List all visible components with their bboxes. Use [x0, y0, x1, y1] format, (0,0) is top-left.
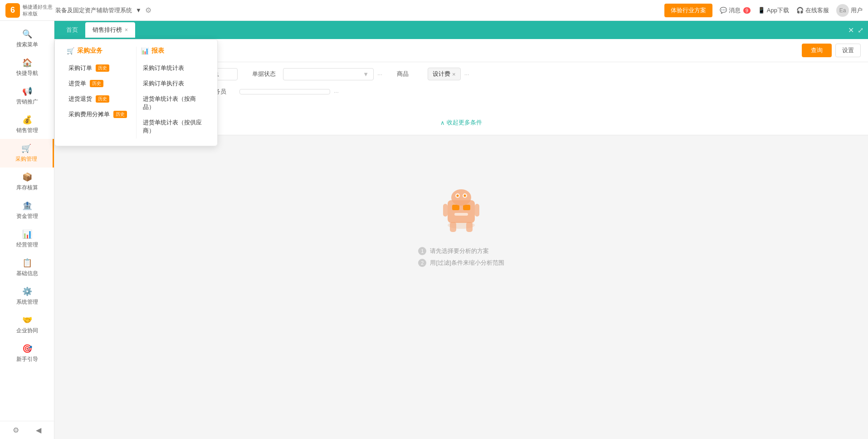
purchase-col-title: 🛒 采购业务 [67, 47, 132, 55]
instock-supplier-label: 进货单统计表（按供应商） [143, 118, 204, 135]
sidebar-item-enterprise[interactable]: 🤝 企业协同 [0, 311, 54, 339]
sidebar-item-label: 系统管理 [16, 298, 38, 306]
collapse-icon: ∧ [440, 119, 445, 126]
svg-rect-5 [443, 204, 448, 217]
salesman-group: 业务员 ··· [209, 88, 339, 96]
sidebar-item-label: 新手引导 [16, 355, 38, 363]
dropdown-item-return[interactable]: 进货退货 历史 [67, 91, 132, 107]
sidebar-item-label: 快捷导航 [16, 69, 38, 77]
sidebar-item-sales[interactable]: 💰 销售管理 [0, 110, 54, 139]
sidebar: 🔍 搜索菜单 🏠 快捷导航 📢 营销推广 💰 销售管理 🛒 采购管理 📦 库存核… [0, 21, 54, 439]
dropdown-item-order-exec[interactable]: 采购订单执行表 [141, 76, 206, 91]
system-title-dropdown-icon[interactable]: ▼ [136, 7, 141, 14]
dropdown-item-instock-supplier[interactable]: 进货单统计表（按供应商） [141, 115, 206, 138]
doc-status-more[interactable]: ··· [377, 71, 382, 78]
goods-tag-close[interactable]: × [452, 71, 456, 78]
doc-status-group: 单据状态 ▼ ··· [252, 68, 382, 80]
salesman-select[interactable] [239, 89, 330, 94]
system-title-area: 装备及固定资产辅助管理系统 ▼ ⚙ [55, 6, 664, 15]
order-stat-label: 采购订单统计表 [143, 64, 184, 72]
tab-expand-icon[interactable]: ⤢ [858, 26, 863, 35]
online-service-btn[interactable]: 🎧 在线客服 [796, 6, 829, 15]
system-icon: ⚙️ [22, 286, 32, 296]
doc-status-label: 单据状态 [252, 70, 279, 78]
sidebar-item-system[interactable]: ⚙️ 系统管理 [0, 282, 54, 311]
logo-icon: 6 [5, 3, 20, 18]
order-exec-label: 采购订单执行表 [143, 79, 184, 88]
tab-home-label: 首页 [66, 26, 78, 34]
dropdown-item-purchase-order[interactable]: 采购订单 历史 [67, 60, 132, 76]
sidebar-item-search[interactable]: 🔍 搜索菜单 [0, 25, 54, 53]
logo-text: 畅捷通好生意 标准版 [23, 4, 53, 17]
sidebar-item-label: 基础信息 [16, 270, 38, 277]
empty-robot-svg [434, 182, 488, 237]
industry-btn[interactable]: 体验行业方案 [664, 4, 712, 17]
tab-close-icon[interactable]: × [125, 27, 128, 33]
dropdown-columns: 🛒 采购业务 采购订单 历史 进货单 历史 进货退货 历史 采购费用分摊单 历史 [62, 47, 210, 138]
instock-history: 历史 [90, 80, 103, 87]
goods-tag[interactable]: 设计费 × [428, 68, 461, 80]
svg-point-12 [457, 194, 459, 197]
report-col-title: 📊 报表 [141, 47, 206, 55]
svg-rect-4 [454, 213, 468, 216]
query-btn[interactable]: 查询 [802, 44, 832, 57]
inventory-icon: 📦 [22, 172, 32, 182]
purchase-dropdown: 🛒 采购业务 采购订单 历史 进货单 历史 进货退货 历史 采购费用分摊单 历史 [54, 39, 218, 146]
purchase-order-history: 历史 [96, 64, 109, 72]
settings-icon[interactable]: ⚙ [145, 6, 151, 15]
dropdown-item-order-stat[interactable]: 采购订单统计表 [141, 60, 206, 76]
salesman-more[interactable]: ··· [334, 89, 339, 95]
sidebar-item-purchase[interactable]: 🛒 采购管理 [0, 139, 54, 168]
tab-sales-rank[interactable]: 销售排行榜 × [85, 22, 135, 38]
collapse-btn[interactable]: ∧ 收起更多条件 [431, 116, 491, 129]
dropdown-item-expense[interactable]: 采购费用分摊单 历史 [67, 107, 132, 122]
sidebar-item-finance[interactable]: 🏦 资金管理 [0, 196, 54, 225]
doc-status-select[interactable]: ▼ [283, 68, 374, 80]
svg-point-9 [451, 189, 471, 206]
sidebar-item-marketing[interactable]: 📢 营销推广 [0, 82, 54, 110]
tab-close-all-icon[interactable]: ✕ [848, 26, 854, 35]
expense-label: 采购费用分摊单 [68, 110, 110, 118]
svg-rect-8 [466, 222, 473, 232]
sidebar-item-label: 搜索菜单 [16, 41, 38, 49]
return-label: 进货退货 [68, 95, 92, 103]
finance-icon: 🏦 [22, 201, 32, 211]
sidebar-item-operations[interactable]: 📊 经营管理 [0, 225, 54, 253]
enterprise-icon: 🤝 [22, 315, 32, 325]
instock-label: 进货单 [68, 79, 86, 88]
app-download-btn[interactable]: 📱 App下载 [758, 6, 789, 15]
sidebar-footer: ⚙ ◀ [0, 421, 54, 439]
svg-rect-7 [450, 222, 456, 232]
message-btn[interactable]: 💬 消息 9 [720, 6, 751, 15]
sidebar-item-quicknav[interactable]: 🏠 快捷导航 [0, 53, 54, 82]
purchase-icon: 🛒 [21, 143, 31, 153]
sidebar-item-label: 库存核算 [16, 184, 38, 192]
goods-group: 商品 设计费 × ··· [397, 68, 469, 80]
goods-label: 商品 [397, 70, 424, 78]
sidebar-collapse-btn[interactable]: ◀ [36, 426, 41, 434]
dropdown-item-instock[interactable]: 进货单 历史 [67, 76, 132, 91]
tip-text-1: 请先选择要分析的方案 [430, 247, 489, 255]
doc-status-chevron: ▼ [363, 71, 369, 78]
tip-text-2: 用[过滤]条件来缩小分析范围 [430, 259, 504, 267]
return-history: 历史 [96, 95, 109, 103]
headset-icon: 🎧 [796, 7, 804, 14]
sidebar-item-label: 资金管理 [16, 212, 38, 220]
sidebar-settings-btn[interactable]: ⚙ [13, 426, 19, 434]
dropdown-item-instock-goods[interactable]: 进货单统计表（按商品） [141, 91, 206, 115]
home-icon: 🏠 [22, 58, 32, 68]
goods-more[interactable]: ··· [464, 71, 469, 78]
sidebar-item-label: 营销推广 [16, 98, 38, 106]
system-title: 装备及固定资产辅助管理系统 [55, 6, 132, 15]
operations-icon: 📊 [22, 229, 32, 239]
empty-illustration [434, 182, 488, 238]
sidebar-item-newbie[interactable]: 🎯 新手引导 [0, 339, 54, 368]
topbar-actions: 体验行业方案 💬 消息 9 📱 App下载 🎧 在线客服 Ea 用户 [664, 4, 863, 17]
dropdown-col-purchase: 🛒 采购业务 采购订单 历史 进货单 历史 进货退货 历史 采购费用分摊单 历史 [62, 47, 137, 138]
user-btn[interactable]: Ea 用户 [836, 4, 863, 17]
sidebar-item-label: 企业协同 [16, 327, 38, 335]
sidebar-item-inventory[interactable]: 📦 库存核算 [0, 168, 54, 196]
setting-btn[interactable]: 设置 [835, 44, 861, 57]
sidebar-item-basicinfo[interactable]: 📋 基础信息 [0, 253, 54, 282]
tab-home[interactable]: 首页 [59, 22, 85, 38]
